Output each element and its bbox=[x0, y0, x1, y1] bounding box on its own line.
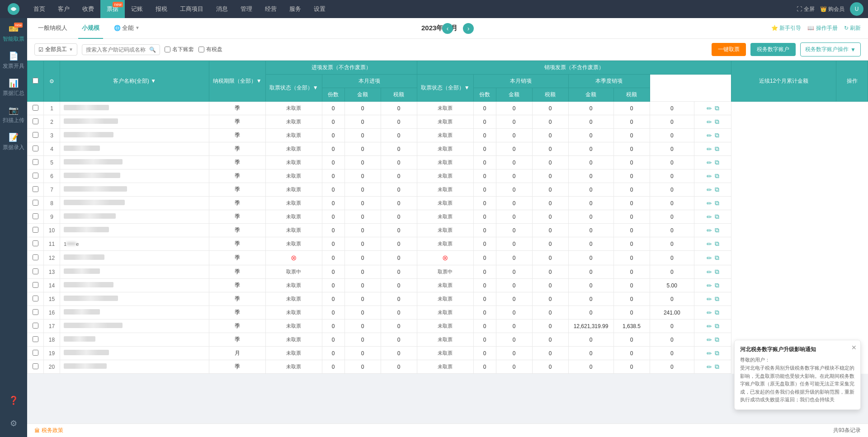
row-checkbox-cell[interactable] bbox=[28, 279, 44, 292]
row-checkbox-cell[interactable] bbox=[28, 102, 44, 115]
settings-icon[interactable]: ⚙ bbox=[49, 78, 54, 85]
row-checkbox-cell[interactable] bbox=[28, 129, 44, 142]
row-checkbox[interactable] bbox=[33, 118, 38, 124]
row-checkbox[interactable] bbox=[33, 350, 38, 356]
copy-icon[interactable]: ⧉ bbox=[715, 172, 719, 180]
row-checkbox-cell[interactable] bbox=[28, 224, 44, 237]
row-checkbox[interactable] bbox=[33, 186, 38, 192]
checkbox-tax-disk[interactable]: 有税盘 bbox=[198, 46, 222, 53]
copy-icon[interactable]: ⧉ bbox=[715, 322, 719, 330]
copy-icon[interactable]: ⧉ bbox=[715, 268, 719, 276]
checkbox-subledger[interactable]: 名下账套 bbox=[165, 46, 194, 53]
btn-refresh[interactable]: ↻ 刷新 bbox=[844, 24, 861, 32]
row-checkbox-cell[interactable] bbox=[28, 183, 44, 197]
btn-tax-digital[interactable]: 税务数字账户 bbox=[750, 43, 796, 56]
select-all-checkbox[interactable] bbox=[33, 78, 38, 84]
row-checkbox[interactable] bbox=[33, 282, 38, 288]
row-checkbox[interactable] bbox=[33, 254, 38, 260]
nav-item-accounting[interactable]: 记账 bbox=[125, 0, 149, 18]
btn-guide[interactable]: ⭐ 新手引导 bbox=[771, 24, 801, 32]
row-checkbox-cell[interactable] bbox=[28, 251, 44, 265]
row-checkbox[interactable] bbox=[33, 132, 38, 138]
edit-icon[interactable]: ✏ bbox=[707, 336, 712, 343]
copy-icon[interactable]: ⧉ bbox=[715, 104, 719, 112]
nav-item-business[interactable]: 工商项目 bbox=[174, 0, 210, 18]
btn-member[interactable]: 👑 购会员 bbox=[820, 5, 844, 13]
row-checkbox[interactable] bbox=[33, 146, 38, 151]
tab-general-taxpayer[interactable]: 一般纳税人 bbox=[34, 18, 71, 39]
edit-icon[interactable]: ✏ bbox=[707, 213, 712, 221]
row-checkbox-cell[interactable] bbox=[28, 142, 44, 156]
prev-month-btn[interactable]: ‹ bbox=[442, 23, 453, 34]
copy-icon[interactable]: ⧉ bbox=[715, 159, 719, 166]
sidebar-item-entry[interactable]: 📝 票据录入 bbox=[1, 129, 26, 155]
row-checkbox-cell[interactable] bbox=[28, 169, 44, 183]
copy-icon[interactable]: ⧉ bbox=[715, 349, 719, 357]
edit-icon[interactable]: ✏ bbox=[707, 254, 712, 262]
copy-icon[interactable]: ⧉ bbox=[715, 226, 719, 234]
row-checkbox-cell[interactable] bbox=[28, 306, 44, 320]
nav-item-message[interactable]: 消息 bbox=[210, 0, 234, 18]
edit-icon[interactable]: ✏ bbox=[707, 323, 712, 330]
copy-icon[interactable]: ⧉ bbox=[715, 132, 719, 139]
edit-icon[interactable]: ✏ bbox=[707, 173, 712, 180]
copy-icon[interactable]: ⧉ bbox=[715, 363, 719, 371]
row-checkbox[interactable] bbox=[33, 213, 38, 219]
btn-manual[interactable]: 📖 操作手册 bbox=[807, 24, 837, 32]
copy-icon[interactable]: ⧉ bbox=[715, 282, 719, 289]
edit-icon[interactable]: ✏ bbox=[707, 240, 712, 248]
edit-icon[interactable]: ✏ bbox=[707, 296, 712, 303]
edit-icon[interactable]: ✏ bbox=[707, 132, 712, 139]
row-checkbox-cell[interactable] bbox=[28, 360, 44, 374]
sidebar-item-smart-invoice[interactable]: 🎫 智能取票 new bbox=[1, 20, 26, 47]
edit-icon[interactable]: ✏ bbox=[707, 146, 712, 153]
row-checkbox[interactable] bbox=[33, 323, 38, 329]
row-checkbox-cell[interactable] bbox=[28, 347, 44, 360]
row-checkbox-cell[interactable] bbox=[28, 265, 44, 279]
edit-icon[interactable]: ✏ bbox=[707, 309, 712, 316]
row-checkbox[interactable] bbox=[33, 296, 38, 301]
edit-icon[interactable]: ✏ bbox=[707, 227, 712, 234]
btn-quick-invoice[interactable]: 一键取票 bbox=[712, 43, 746, 56]
nav-item-settings[interactable]: 设置 bbox=[307, 0, 332, 18]
row-checkbox-cell[interactable] bbox=[28, 292, 44, 306]
copy-icon[interactable]: ⧉ bbox=[715, 240, 719, 248]
row-checkbox[interactable] bbox=[33, 336, 38, 342]
edit-icon[interactable]: ✏ bbox=[707, 282, 712, 289]
edit-icon[interactable]: ✏ bbox=[707, 350, 712, 357]
row-checkbox[interactable] bbox=[33, 309, 38, 315]
next-month-btn[interactable]: › bbox=[463, 23, 474, 34]
copy-icon[interactable]: ⧉ bbox=[715, 145, 719, 153]
row-checkbox[interactable] bbox=[33, 363, 38, 369]
edit-icon[interactable]: ✏ bbox=[707, 186, 712, 193]
copy-icon[interactable]: ⧉ bbox=[715, 254, 719, 262]
row-checkbox[interactable] bbox=[33, 227, 38, 233]
row-checkbox-cell[interactable] bbox=[28, 197, 44, 210]
copy-icon[interactable]: ⧉ bbox=[715, 309, 719, 316]
row-checkbox-cell[interactable] bbox=[28, 156, 44, 169]
avatar[interactable]: U bbox=[850, 2, 863, 16]
sidebar-item-help[interactable]: ❓ bbox=[1, 392, 26, 410]
nav-item-manage[interactable]: 管理 bbox=[234, 0, 259, 18]
nav-item-fee[interactable]: 收费 bbox=[76, 0, 100, 18]
nav-item-operation[interactable]: 经营 bbox=[259, 0, 283, 18]
nav-item-customer[interactable]: 客户 bbox=[52, 0, 76, 18]
edit-icon[interactable]: ✏ bbox=[707, 268, 712, 276]
edit-icon[interactable]: ✏ bbox=[707, 118, 712, 126]
row-checkbox[interactable] bbox=[33, 105, 38, 111]
edit-icon[interactable]: ✏ bbox=[707, 159, 712, 166]
row-checkbox-cell[interactable] bbox=[28, 115, 44, 129]
copy-icon[interactable]: ⧉ bbox=[715, 295, 719, 303]
row-checkbox[interactable] bbox=[33, 159, 38, 165]
employee-filter[interactable]: ☑ 全部员工 ▼ bbox=[34, 43, 77, 56]
copy-icon[interactable]: ⧉ bbox=[715, 336, 719, 343]
copy-icon[interactable]: ⧉ bbox=[715, 118, 719, 126]
sidebar-item-settings[interactable]: ⚙ bbox=[1, 415, 26, 433]
row-checkbox-cell[interactable] bbox=[28, 237, 44, 251]
edit-icon[interactable]: ✏ bbox=[707, 363, 712, 371]
tab-small-scale[interactable]: 小规模 bbox=[78, 18, 103, 39]
tab-all[interactable]: 🌐 全能 ▼ bbox=[110, 18, 143, 39]
row-checkbox[interactable] bbox=[33, 240, 38, 246]
edit-icon[interactable]: ✏ bbox=[707, 105, 712, 112]
row-checkbox[interactable] bbox=[33, 268, 38, 274]
